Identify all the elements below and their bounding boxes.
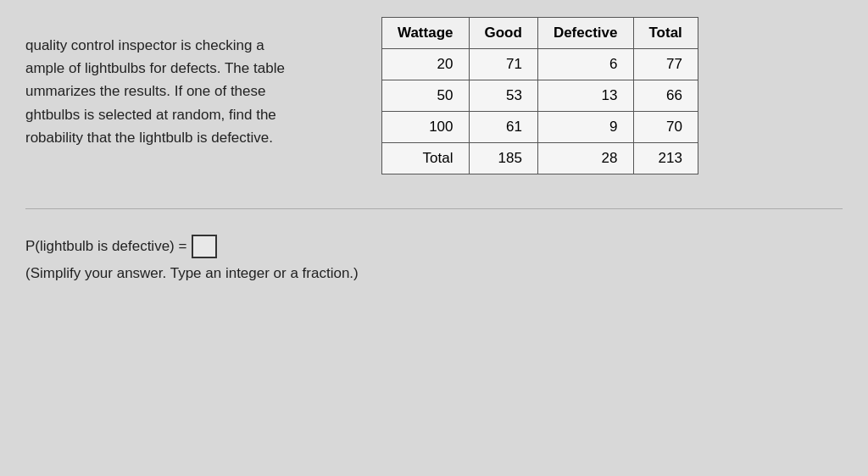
description-line2: ample of lightbulbs for defects. The tab… [25, 60, 285, 76]
row-total-total: 213 [633, 143, 698, 174]
col-header-wattage: Wattage [382, 18, 470, 49]
col-header-total: Total [633, 18, 698, 49]
col-header-good: Good [469, 18, 537, 49]
answer-input-box[interactable] [192, 235, 217, 258]
description-line5: robability that the lightbulb is defecti… [25, 130, 273, 146]
row3-total: 70 [633, 112, 698, 143]
top-section: quality control inspector is checking a … [25, 17, 843, 174]
description-line3: ummarizes the results. If one of these [25, 83, 265, 99]
table-row: 100 61 9 70 [382, 112, 698, 143]
row1-wattage: 20 [382, 49, 470, 80]
main-container: quality control inspector is checking a … [0, 0, 868, 476]
table-row: 50 53 13 66 [382, 80, 698, 112]
description-line4: ghtbulbs is selected at random, find the [25, 107, 276, 123]
row3-defective: 9 [537, 112, 633, 143]
row-total-good: 185 [469, 143, 537, 174]
probability-label: P(lightbulb is defective) = [25, 238, 186, 255]
row2-wattage: 50 [382, 80, 470, 112]
row2-defective: 13 [537, 80, 633, 112]
description-line1: quality control inspector is checking a [25, 37, 264, 53]
row1-good: 71 [469, 49, 537, 80]
bottom-section: P(lightbulb is defective) = (Simplify yo… [25, 226, 843, 291]
row-total-defective: 28 [537, 143, 633, 174]
description-text: quality control inspector is checking a … [25, 17, 348, 149]
table-row-total: Total 185 28 213 [382, 143, 698, 174]
row-total-label: Total [382, 143, 470, 174]
table-row: 20 71 6 77 [382, 49, 698, 80]
row3-wattage: 100 [382, 112, 470, 143]
row3-good: 61 [469, 112, 537, 143]
row1-total: 77 [633, 49, 698, 80]
simplify-instruction: (Simplify your answer. Type an integer o… [25, 265, 843, 282]
col-header-defective: Defective [537, 18, 633, 49]
table-section: Wattage Good Defective Total 20 71 6 77 … [381, 17, 843, 174]
row1-defective: 6 [537, 49, 633, 80]
section-divider [25, 208, 843, 209]
data-table: Wattage Good Defective Total 20 71 6 77 … [381, 17, 698, 174]
row2-good: 53 [469, 80, 537, 112]
row2-total: 66 [633, 80, 698, 112]
probability-row: P(lightbulb is defective) = [25, 235, 843, 258]
